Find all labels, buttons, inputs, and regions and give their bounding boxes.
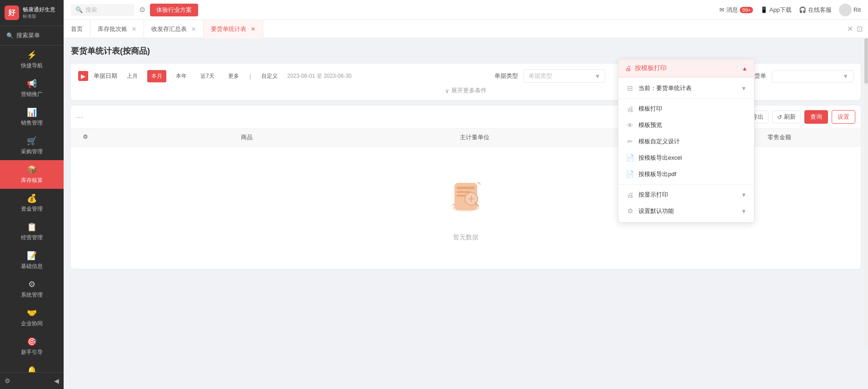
query-btn[interactable]: 查询 xyxy=(804,110,828,124)
tab-batch-account-close[interactable]: ✕ xyxy=(132,26,136,32)
default-setting-arrow-icon: ▼ xyxy=(741,208,747,215)
template-print-item[interactable]: 🖨 模板打印 xyxy=(619,101,754,117)
enterprise-label: 企业协同 xyxy=(21,320,43,328)
tab-order-stats[interactable]: 要货单统计表 ✕ xyxy=(204,20,263,38)
basic-icon: 📝 xyxy=(27,251,37,261)
template-excel-icon: 📄 xyxy=(626,154,634,162)
service-icon: 🎧 xyxy=(799,6,806,13)
default-setting-item[interactable]: ⚙ 设置默认功能 ▼ xyxy=(619,203,754,219)
settings-btn[interactable]: 设置 xyxy=(832,110,855,124)
refresh-label: 刷新 xyxy=(784,113,796,121)
date-range-display: 2023-06-01 至 2023-06-30 xyxy=(287,72,351,80)
user-avatar-btn[interactable]: Rit xyxy=(839,4,861,16)
search-menu-label: 搜索菜单 xyxy=(16,31,40,40)
template-pdf-item[interactable]: 📄 按模板导出pdf xyxy=(619,166,754,182)
tab-receipt-summary-close[interactable]: ✕ xyxy=(191,26,196,32)
app-download-icon: 📱 xyxy=(760,6,768,13)
th-settings[interactable]: ⚙ xyxy=(76,129,95,146)
order-type-arrow-icon: ▼ xyxy=(594,73,600,80)
date-filter-label: 单据日期 xyxy=(94,72,117,80)
inventory-icon: 📦 xyxy=(27,165,37,175)
sidebar-item-quick-nav[interactable]: ⚡ 快捷导航 xyxy=(0,45,64,74)
template-pdf-label: 按模板导出pdf xyxy=(639,170,676,178)
date-btn-more[interactable]: 更多 xyxy=(224,70,243,82)
filter-expand-icon[interactable]: ▶ xyxy=(78,71,88,81)
sidebar-item-system[interactable]: ⚙ 系统管理 xyxy=(0,275,64,303)
template-excel-item[interactable]: 📄 按模板导出excel xyxy=(619,150,754,166)
default-setting-label: 设置默认功能 xyxy=(639,207,674,215)
order-type-label: 单据类型 xyxy=(494,72,518,80)
sidebar-item-sales[interactable]: 📊 销售管理 xyxy=(0,103,64,131)
app-name: 畅康通好生意 xyxy=(23,6,55,14)
sidebar-item-operation[interactable]: 📋 经营管理 xyxy=(0,217,64,246)
template-design-item[interactable]: ✏ 模板自定义设计 xyxy=(619,133,754,150)
basic-label: 基础信息 xyxy=(21,263,43,270)
current-template-arrow: ▼ xyxy=(741,85,747,92)
sidebar-settings-btn[interactable]: ⚙ xyxy=(5,377,10,384)
tab-home[interactable]: 首页 xyxy=(64,20,90,38)
current-template-item[interactable]: ⊟ 当前：要货单统计表 ▼ xyxy=(619,80,754,96)
date-btn-this-month[interactable]: 本月 xyxy=(147,70,166,82)
topbar-search[interactable]: 🔍 搜索 xyxy=(71,4,135,16)
tab-batch-account[interactable]: 库存批次账 ✕ xyxy=(90,20,144,38)
system-icon: ⚙ xyxy=(28,279,35,289)
topbar-search-icon: 🔍 xyxy=(75,6,83,13)
th-unit: 主计量单位 xyxy=(399,129,551,146)
sidebar-item-marketing[interactable]: 📢 营销推广 xyxy=(0,74,64,103)
current-template-icon: ⊟ xyxy=(626,84,634,92)
right-scrollbar[interactable] xyxy=(864,38,868,348)
sidebar-item-finance[interactable]: 💰 资金管理 xyxy=(0,189,64,217)
date-btn-this-year[interactable]: 本年 xyxy=(172,70,191,82)
sidebar-item-enterprise[interactable]: 🤝 企业协同 xyxy=(0,303,64,332)
settings-icon: ⚙ xyxy=(83,133,88,140)
tab-order-stats-close[interactable]: ✕ xyxy=(251,26,255,32)
topbar: 🔍 搜索 ⚙ 体验行业方案 ✉ 消息 99+ 📱 App下载 🎧 在线客服 Ri… xyxy=(64,0,868,20)
guide-icon: 🎯 xyxy=(27,337,37,347)
sidebar-item-basic[interactable]: 📝 基础信息 xyxy=(0,246,64,275)
order-goods-arrow-icon: ▼ xyxy=(843,73,848,80)
toolbar-dots-menu[interactable]: ··· xyxy=(76,112,83,122)
order-type-select[interactable]: 单据类型 ▼ xyxy=(524,69,605,83)
date-btn-last-month[interactable]: 上月 xyxy=(123,70,142,82)
marketing-icon: 📢 xyxy=(27,79,37,89)
sidebar-collapse-btn[interactable]: ◀ xyxy=(54,377,59,384)
guide-label: 新手引导 xyxy=(21,349,43,356)
message-btn[interactable]: ✉ 消息 99+ xyxy=(719,6,753,14)
template-excel-label: 按模板导出excel xyxy=(639,154,682,162)
display-print-item[interactable]: 🖨 按显示打印 ▼ xyxy=(619,187,754,203)
sidebar-item-inventory[interactable]: 📦 库存核算 xyxy=(0,160,64,189)
topbar-gear-icon[interactable]: ⚙ xyxy=(139,5,145,14)
user-avatar xyxy=(839,4,852,16)
tab-receipt-summary[interactable]: 收发存汇总表 ✕ xyxy=(144,20,204,38)
online-service-btn[interactable]: 🎧 在线客服 xyxy=(799,6,832,14)
date-btn-7days[interactable]: 近7天 xyxy=(196,70,219,82)
template-print-label: 模板打印 xyxy=(639,105,662,113)
divider-2 xyxy=(619,184,754,185)
refresh-btn[interactable]: ↺ 刷新 xyxy=(772,111,801,123)
inventory-label: 库存核算 xyxy=(21,177,43,184)
appstore-icon: 🔔 xyxy=(27,365,37,372)
app-version: 标准版 xyxy=(23,13,55,20)
template-preview-item[interactable]: 👁 模板预览 xyxy=(619,117,754,133)
message-label: 消息 xyxy=(726,6,738,14)
app-download-btn[interactable]: 📱 App下载 xyxy=(760,6,792,14)
sidebar-item-guide[interactable]: 🎯 新手引导 xyxy=(0,332,64,361)
print-menu-title-group: 🖨 按模板打印 xyxy=(625,64,667,72)
trial-btn[interactable]: 体验行业方案 xyxy=(150,4,198,16)
template-design-label: 模板自定义设计 xyxy=(639,137,680,146)
enterprise-icon: 🤝 xyxy=(27,308,37,318)
template-pdf-icon: 📄 xyxy=(626,170,634,178)
date-btn-custom[interactable]: 自定义 xyxy=(257,70,282,82)
search-menu-button[interactable]: 🔍 搜索菜单 xyxy=(5,30,59,41)
sidebar-item-appstore[interactable]: 🔔 应用中心 xyxy=(0,361,64,372)
sidebar-item-purchase[interactable]: 🛒 采购管理 xyxy=(0,131,64,160)
print-menu-title: 按模板打印 xyxy=(635,64,667,72)
print-menu-header[interactable]: 🖨 按模板打印 ▲ xyxy=(619,60,754,77)
tab-maximize-btn[interactable]: ⊡ xyxy=(857,25,863,33)
finance-label: 资金管理 xyxy=(21,205,43,213)
order-goods-select[interactable]: ▼ xyxy=(772,70,853,82)
page-title: 要货单统计表(按商品) xyxy=(71,45,861,56)
app-download-label: App下载 xyxy=(769,6,792,14)
quick-nav-label: 快捷导航 xyxy=(21,62,43,70)
tab-close-window-btn[interactable]: ✕ xyxy=(847,25,853,33)
